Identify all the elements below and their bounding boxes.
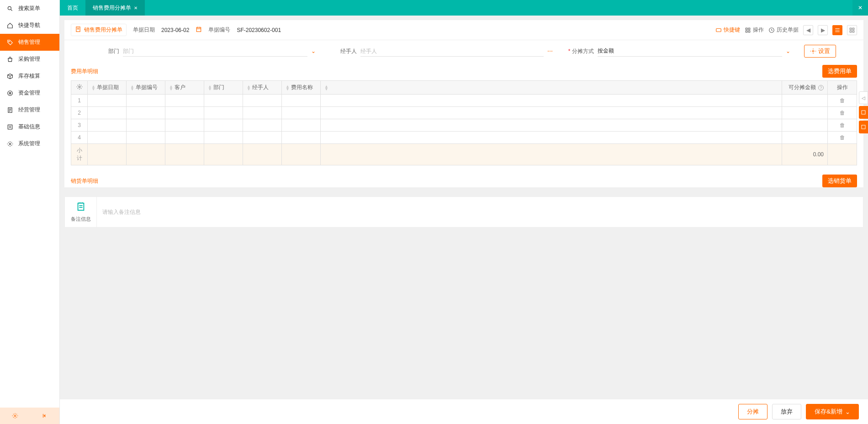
svg-rect-12 <box>748 28 750 30</box>
footer-actions: 分摊 放弃 保存&新增⌄ <box>60 399 868 424</box>
discard-button[interactable]: 放弃 <box>772 404 801 419</box>
more-icon[interactable]: ⋯ <box>547 48 553 54</box>
chevron-down-icon: ⌄ <box>845 408 850 415</box>
document-title-text: 销售费用分摊单 <box>84 26 122 34</box>
chevron-down-icon[interactable]: ⌄ <box>311 48 316 54</box>
tabs-close-all-button[interactable]: ✕ <box>852 0 868 16</box>
select-sales-button[interactable]: 选销货单 <box>822 175 857 187</box>
chevron-down-icon[interactable]: ⌄ <box>786 48 790 54</box>
col-date[interactable]: ▲▼单据日期 <box>88 81 127 95</box>
svg-rect-25 <box>862 125 865 129</box>
sidebar-item-inventory[interactable]: 库存核算 <box>0 68 59 85</box>
expense-section-title: 费用单明细 <box>71 68 98 75</box>
select-expense-button[interactable]: 选费用单 <box>822 65 857 78</box>
handler-field: 经手人 ⋯ <box>329 46 553 57</box>
sort-icon: ▲▼ <box>324 85 328 90</box>
table-row[interactable]: 1🗑 <box>71 95 857 107</box>
gutter-expand-button[interactable]: ◁ <box>859 91 868 104</box>
svg-rect-7 <box>42 414 43 418</box>
sidebar-collapse-button[interactable] <box>30 408 59 424</box>
sidebar-item-sales[interactable]: 销售管理 <box>0 34 59 51</box>
view-grid-button[interactable] <box>847 25 857 35</box>
table-row[interactable]: 3🗑 <box>71 119 857 132</box>
handler-label: 经手人 <box>329 48 357 55</box>
sort-icon: ▲▼ <box>286 85 290 90</box>
next-button[interactable]: ▶ <box>818 25 828 35</box>
svg-rect-11 <box>746 28 747 30</box>
tag-icon <box>6 39 14 46</box>
remarks-label: 备注信息 <box>71 216 91 223</box>
method-input[interactable] <box>598 46 782 57</box>
sidebar-label: 库存核算 <box>18 72 40 80</box>
remarks-side: 备注信息 <box>65 197 97 227</box>
remarks-input[interactable] <box>97 197 863 227</box>
delete-icon[interactable]: 🗑 <box>840 97 845 104</box>
sidebar-item-funds[interactable]: 资金管理 <box>0 85 59 101</box>
svg-rect-16 <box>850 28 852 30</box>
sidebar-label: 快捷导航 <box>18 21 40 29</box>
col-dept[interactable]: ▲▼部门 <box>204 81 243 95</box>
calendar-icon[interactable] <box>196 26 202 34</box>
sidebar-item-purchase[interactable]: 采购管理 <box>0 51 59 68</box>
sidebar-label: 采购管理 <box>18 55 40 63</box>
gutter-action-1[interactable] <box>859 106 868 119</box>
svg-rect-18 <box>850 31 852 32</box>
sidebar-item-system[interactable]: 系统管理 <box>0 135 59 152</box>
delete-icon[interactable]: 🗑 <box>840 122 845 128</box>
operate-link[interactable]: 操作 <box>745 26 764 34</box>
docno-value: SF-20230602-001 <box>237 27 281 33</box>
col-name[interactable]: ▲▼费用名称 <box>282 81 321 95</box>
prev-button[interactable]: ◀ <box>803 25 813 35</box>
sidebar: 搜索菜单 快捷导航 销售管理 采购管理 库存核算 资金管理 经营管理 基础信息 <box>0 0 60 424</box>
svg-rect-23 <box>78 203 84 210</box>
header-actions: 快捷键 操作 历史单据 ◀ ▶ <box>715 25 857 35</box>
svg-rect-19 <box>852 31 854 32</box>
sidebar-item-search[interactable]: 搜索菜单 <box>0 0 59 17</box>
gutter-action-2[interactable] <box>859 121 868 133</box>
shortcut-link[interactable]: 快捷键 <box>715 26 740 34</box>
svg-point-0 <box>8 6 11 10</box>
table-row[interactable]: 2🗑 <box>71 107 857 119</box>
handler-input[interactable] <box>360 46 544 57</box>
tab-label: 销售费用分摊单 <box>93 4 131 12</box>
svg-point-20 <box>812 50 814 52</box>
col-op: 操作 <box>828 81 857 95</box>
gear-column[interactable] <box>71 81 88 95</box>
tab-bar: 首页 销售费用分摊单 ✕ ✕ <box>60 0 868 16</box>
allocate-button[interactable]: 分摊 <box>738 404 767 419</box>
col-customer[interactable]: ▲▼客户 <box>165 81 204 95</box>
note-icon <box>76 201 86 214</box>
info-icon <box>6 123 14 131</box>
col-handler[interactable]: ▲▼经手人 <box>243 81 282 95</box>
save-new-button[interactable]: 保存&新增⌄ <box>806 404 859 419</box>
dept-input[interactable] <box>123 46 307 57</box>
sidebar-label: 搜索菜单 <box>18 5 40 12</box>
date-value[interactable]: 2023-06-02 <box>161 27 189 33</box>
delete-icon[interactable]: 🗑 <box>840 134 845 141</box>
col-no[interactable]: ▲▼单据编号 <box>127 81 165 95</box>
col-amount[interactable]: 可分摊金额 ? <box>782 81 828 95</box>
expense-table: ▲▼单据日期 ▲▼单据编号 ▲▼客户 ▲▼部门 ▲▼经手人 ▲▼费用名称 ▲▼ … <box>71 80 857 165</box>
docno-label: 单据编号 <box>208 26 230 34</box>
home-icon <box>6 22 14 29</box>
sidebar-item-business[interactable]: 经营管理 <box>0 101 59 118</box>
subtotal-amount: 0.00 <box>782 144 828 165</box>
sidebar-settings-button[interactable] <box>0 408 30 424</box>
delete-icon[interactable]: 🗑 <box>840 110 845 116</box>
tab-close-icon[interactable]: ✕ <box>134 5 138 11</box>
help-icon[interactable]: ? <box>818 85 824 90</box>
sidebar-item-basic[interactable]: 基础信息 <box>0 118 59 135</box>
settings-button[interactable]: 设置 <box>804 45 836 58</box>
sidebar-item-quicknav[interactable]: 快捷导航 <box>0 17 59 34</box>
tab-home[interactable]: 首页 <box>60 0 85 16</box>
view-list-button[interactable] <box>832 25 842 35</box>
sidebar-footer <box>0 408 59 424</box>
table-row[interactable]: 4🗑 <box>71 132 857 144</box>
tab-sales-allocation[interactable]: 销售费用分摊单 ✕ <box>85 0 145 16</box>
method-field: 分摊方式 ⌄ <box>566 46 790 57</box>
svg-point-5 <box>9 143 11 145</box>
sort-icon: ▲▼ <box>169 85 173 90</box>
col-blank: ▲▼ <box>321 81 782 95</box>
history-link[interactable]: 历史单据 <box>768 26 799 34</box>
method-label: 分摊方式 <box>566 48 594 55</box>
